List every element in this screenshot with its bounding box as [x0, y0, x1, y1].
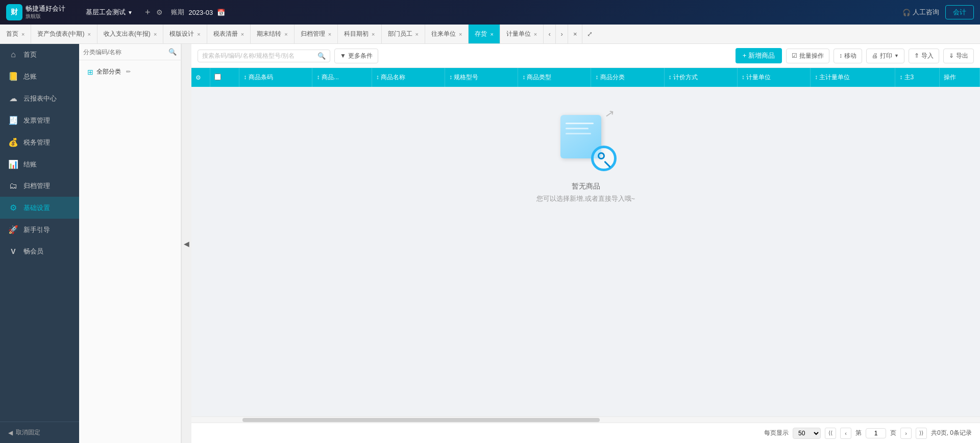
sidebar-item-settings[interactable]: ⚙ 基础设置: [0, 197, 79, 219]
company-selector[interactable]: 基层工会测试 ▼: [82, 6, 137, 19]
sidebar-item-invoice[interactable]: 🧾 发票管理: [0, 109, 79, 131]
sidebar-item-home[interactable]: ⌂ 首页: [0, 44, 79, 65]
app-name: 畅捷通好会计: [26, 5, 65, 13]
tab-dept[interactable]: 部门员工 ×: [382, 25, 425, 43]
collapse-btn[interactable]: ◀: [181, 44, 191, 443]
tab-inventory-close[interactable]: ×: [490, 31, 493, 37]
horizontal-scrollbar[interactable]: [191, 416, 980, 423]
period-info: 账期 2023-03 📅: [171, 8, 225, 17]
sidebar-cancel-fixed[interactable]: ◀ 取消固定: [0, 422, 79, 443]
col-barcode[interactable]: ↕ 商品条码: [239, 68, 312, 87]
empty-state: ↗ 暂无商品 您可以选择新增,或者直接导入哦~: [191, 87, 980, 224]
prev-page-btn[interactable]: ‹: [840, 428, 851, 439]
sidebar: ⌂ 首页 📒 总账 ☁ 云报表中心 🧾 发票管理 💰 税务管理 📊 结账 🗂 归…: [0, 44, 79, 443]
sidebar-item-ledger[interactable]: 📒 总账: [0, 65, 79, 87]
import-btn[interactable]: ⇑ 导入: [909, 49, 939, 63]
category-edit-icon[interactable]: ✏: [126, 68, 131, 75]
category-all-item[interactable]: ⊞ 全部分类 ✏: [83, 64, 177, 79]
tab-archive-close[interactable]: ×: [328, 31, 331, 37]
page-number-input[interactable]: [866, 428, 886, 438]
tab-period-close[interactable]: ×: [284, 31, 287, 37]
tab-template[interactable]: 模版设计 ×: [163, 25, 207, 43]
tab-partner-close[interactable]: ×: [459, 31, 462, 37]
col-num3[interactable]: ↕ 主3: [895, 68, 940, 87]
account-button[interactable]: 会计: [945, 5, 974, 19]
tab-next-btn[interactable]: ›: [556, 25, 568, 43]
tab-unit-close[interactable]: ×: [534, 31, 537, 37]
tab-close-all-btn[interactable]: ×: [568, 25, 582, 43]
calendar-icon[interactable]: 📅: [217, 9, 225, 16]
sidebar-item-archive[interactable]: 🗂 归档管理: [0, 175, 79, 197]
last-page-btn[interactable]: ⟩⟩: [916, 428, 927, 439]
move-btn[interactable]: ↕ 移动: [834, 49, 862, 63]
search-icon: 🔍: [168, 48, 177, 56]
first-page-btn[interactable]: ⟨⟨: [825, 428, 836, 439]
tab-taxclear-close[interactable]: ×: [241, 31, 244, 37]
service-button[interactable]: 🎧 人工咨询: [902, 8, 939, 17]
col-unit[interactable]: ↕ 计量单位: [737, 68, 810, 87]
sidebar-item-tax[interactable]: 💰 税务管理: [0, 131, 79, 153]
filter-more-btn[interactable]: ▼ 更多条件: [334, 49, 378, 63]
col-spec[interactable]: ↕ 规格型号: [445, 68, 518, 87]
tab-home[interactable]: 首页 ×: [0, 25, 31, 43]
col-spec-label: ↕ 规格型号: [449, 74, 478, 81]
col-main-unit[interactable]: ↕ 主计量单位: [810, 68, 895, 87]
tab-dept-close[interactable]: ×: [415, 31, 419, 37]
main-search-input[interactable]: [202, 52, 314, 59]
col-category[interactable]: ↕ 商品分类: [591, 68, 664, 87]
archive-icon: 🗂: [8, 181, 18, 191]
col-name-label: ↕ 商品名称: [376, 74, 405, 81]
settings-btn[interactable]: ⚙: [156, 8, 163, 16]
tab-balance-close[interactable]: ×: [87, 31, 90, 37]
print-btn[interactable]: 🖨 打印 ▼: [866, 49, 904, 63]
col-name[interactable]: ↕ 商品名称: [372, 68, 445, 87]
col-settings[interactable]: ⚙: [191, 68, 210, 87]
add-company-btn[interactable]: +: [145, 7, 151, 18]
tab-taxclear[interactable]: 税表清册 ×: [207, 25, 251, 43]
search-submit-icon[interactable]: 🔍: [317, 52, 326, 60]
col-code[interactable]: ↕ 商品...: [312, 68, 372, 87]
tab-archive[interactable]: 归档管理 ×: [295, 25, 338, 43]
category-search-input[interactable]: [83, 49, 166, 56]
col-checkbox[interactable]: [210, 68, 239, 87]
tab-fullscreen-btn[interactable]: ⤢: [582, 25, 597, 43]
left-panel-body: ⊞ 全部分类 ✏: [79, 60, 181, 443]
headset-icon: 🎧: [902, 9, 911, 16]
per-page-select[interactable]: 50 10 20 100: [793, 428, 821, 439]
tab-balance[interactable]: 资产负债表(中期) ×: [31, 25, 97, 43]
tab-unit[interactable]: 计量单位 ×: [500, 25, 544, 43]
tab-partner-label: 往来单位: [431, 30, 456, 38]
col-pricing[interactable]: ↕ 计价方式: [664, 68, 737, 87]
doc-line1: [566, 123, 594, 124]
tab-subject-close[interactable]: ×: [372, 31, 375, 37]
sidebar-item-closing[interactable]: 📊 结账: [0, 153, 79, 175]
tab-prev-btn[interactable]: ‹: [544, 25, 556, 43]
ledger-icon: 📒: [8, 72, 18, 81]
export-btn[interactable]: ⇓ 导出: [943, 49, 974, 63]
tab-unit-label: 计量单位: [506, 30, 531, 38]
next-page-btn[interactable]: ›: [900, 428, 912, 439]
sidebar-item-guide[interactable]: 🚀 新手引导: [0, 219, 79, 241]
tab-home-close[interactable]: ×: [21, 31, 24, 37]
tab-income[interactable]: 收入支出表(年报) ×: [97, 25, 163, 43]
tab-home-label: 首页: [6, 30, 18, 38]
tax-icon: 💰: [8, 137, 18, 147]
grid-icon: ⊞: [87, 68, 93, 76]
tab-subject[interactable]: 科目期初 ×: [338, 25, 381, 43]
content-wrapper: 🔍 ⊞ 全部分类 ✏ ◀ 🔍 ▼ 更多条: [79, 44, 980, 443]
tab-income-close[interactable]: ×: [154, 31, 157, 37]
batch-op-btn[interactable]: ☑ 批量操作: [786, 49, 829, 63]
sidebar-item-reports[interactable]: ☁ 云报表中心: [0, 87, 79, 109]
left-panel-search-area: 🔍: [79, 44, 181, 60]
new-item-btn[interactable]: + 新增商品: [736, 48, 782, 63]
tab-partner[interactable]: 往来单位 ×: [425, 25, 469, 43]
col-code-label: ↕ 商品...: [316, 74, 338, 81]
scroll-thumb[interactable]: [242, 418, 600, 422]
tab-inventory[interactable]: 存货 ×: [469, 25, 500, 43]
col-barcode-label: ↕ 商品条码: [243, 74, 273, 81]
select-all-checkbox[interactable]: [214, 74, 221, 80]
sidebar-item-member[interactable]: V 畅会员: [0, 241, 79, 262]
col-type[interactable]: ↕ 商品类型: [518, 68, 591, 87]
tab-period[interactable]: 期末结转 ×: [251, 25, 294, 43]
tab-template-close[interactable]: ×: [197, 31, 200, 37]
